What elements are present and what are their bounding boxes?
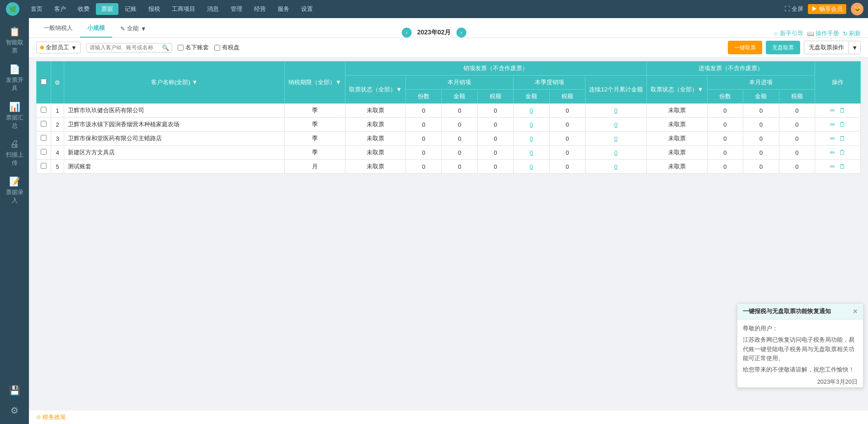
row-tax-period: 月	[285, 160, 345, 174]
main-table: ⚙ 客户名称(全部) ▼ 纳税期限（全部）▼ 销项发票（不含作废票） 进项发票（…	[36, 61, 861, 174]
row-select[interactable]	[37, 132, 51, 146]
sidebar-item-entry[interactable]: 📝 票据录入	[1, 172, 28, 208]
search-input[interactable]	[90, 44, 162, 51]
has-tax-check[interactable]	[214, 45, 220, 51]
row-copies-month-income: 0	[707, 104, 743, 118]
popup-close-button[interactable]: ✕	[853, 308, 858, 315]
nav-tickets[interactable]: 票据	[96, 3, 118, 15]
manual-link[interactable]: 📖 操作手册	[807, 29, 839, 38]
edit-icon[interactable]: ✏	[830, 163, 835, 170]
period-next-button[interactable]: ›	[456, 28, 466, 38]
table-row: 2 卫辉市汲水镇下园涧香烟营木种植家庭农场 季 未取票 0 0 0 0 0 0 …	[37, 118, 861, 132]
row-num: 5	[51, 160, 64, 174]
nav-tax[interactable]: 报税	[143, 3, 165, 15]
sidebar-label-smart-fetch: 智能取票	[3, 38, 26, 55]
select-all-checkbox[interactable]	[41, 79, 47, 85]
tab-all-capable-icon: ✎	[120, 25, 125, 32]
sidebar-item-smart-fetch[interactable]: 📋 智能取票	[1, 23, 28, 58]
no-disk-ops-button[interactable]: 无盘取票操作	[804, 41, 849, 54]
row-tax-month-income: 0	[779, 160, 815, 174]
sidebar-gear[interactable]: ⚙	[1, 401, 28, 419]
detail-icon[interactable]: 🗒	[839, 107, 845, 114]
tab-general-taxpayer[interactable]: 一般纳税人	[36, 19, 80, 38]
edit-icon[interactable]: ✏	[830, 107, 835, 114]
popup-title: 一键报税与无盘取票功能恢复通知	[743, 307, 831, 315]
row-tax-period: 季	[285, 146, 345, 160]
nav-operate[interactable]: 经营	[249, 3, 271, 15]
edit-icon[interactable]: ✏	[830, 135, 835, 142]
sub-account-check[interactable]	[178, 45, 184, 51]
smart-fetch-icon: 📋	[9, 26, 20, 37]
row-copies-month-sales: 0	[406, 146, 441, 160]
row-amount-month-income: 0	[743, 160, 779, 174]
row-amount-quarter-sales: 0	[514, 160, 549, 174]
row-amount-month-sales: 0	[442, 160, 477, 174]
tab-all-capable[interactable]: ✎ 全能 ▼	[116, 19, 151, 38]
user-avatar[interactable]: 🐱	[851, 3, 863, 15]
nav-clients[interactable]: 客户	[49, 3, 71, 15]
row-select[interactable]	[37, 160, 51, 174]
th-month-sales-tax: 税额	[477, 90, 513, 104]
fullscreen-button[interactable]: ⛶ 全屏	[784, 5, 804, 13]
sidebar-label-summary: 票据汇总	[3, 114, 26, 130]
filter-bar: 全部员工 ▼ 🔍 名下账套 有税盘 一键取票 无盘取票 无盘取票操作	[29, 38, 868, 57]
row-copies-month-sales: 0	[406, 132, 441, 146]
row-tax-month-sales: 0	[477, 118, 513, 132]
star-icon: ☆	[773, 30, 778, 37]
row-tax-month-sales: 0	[477, 104, 513, 118]
popup-content: 江苏政务网已恢复访问电子税务局功能，易代账一键登陆电子税务局与无盘取票相关功能可…	[743, 335, 858, 363]
popup-date: 2023年3月20日	[743, 377, 858, 387]
detail-icon[interactable]: 🗒	[839, 121, 845, 128]
row-tax-quarter-sales: 0	[549, 146, 585, 160]
employee-filter[interactable]: 全部员工 ▼	[36, 42, 81, 53]
th-cumulative: 连续12个月累计金额	[585, 76, 646, 104]
sub-account-checkbox[interactable]: 名下账套	[178, 43, 209, 52]
tax-policy-link[interactable]: ⊙ 税务政策	[36, 413, 66, 421]
detail-icon[interactable]: 🗒	[839, 163, 845, 170]
row-select[interactable]	[37, 104, 51, 118]
top-nav: 🌿 首页 客户 收费 票据 记账 报税 工商项目 消息 管理 经营 服务 设置 …	[0, 0, 868, 18]
sidebar-download[interactable]: 💾	[1, 381, 28, 400]
nav-home[interactable]: 首页	[25, 3, 48, 15]
new-guide-link[interactable]: ☆ 新手引导	[773, 29, 803, 38]
row-amount-month-sales: 0	[442, 132, 477, 146]
no-disk-ops-dropdown[interactable]: ▼	[849, 41, 861, 54]
period-prev-button[interactable]: ‹	[402, 28, 412, 38]
row-num: 2	[51, 118, 64, 132]
refresh-link[interactable]: ↻ 刷新	[843, 29, 861, 38]
th-month-sales-amount: 金额	[442, 90, 477, 104]
detail-icon[interactable]: 🗒	[839, 149, 845, 156]
popup-header: 一键报税与无盘取票功能恢复通知 ✕	[737, 304, 863, 319]
no-disk-fetch-button[interactable]: 无盘取票	[766, 41, 800, 54]
row-tax-quarter-sales: 0	[549, 104, 585, 118]
member-button[interactable]: ▶ 畅享会员	[808, 4, 846, 14]
nav-manage[interactable]: 管理	[225, 3, 248, 15]
search-icon[interactable]: 🔍	[162, 44, 169, 51]
row-tax-period: 季	[285, 132, 345, 146]
sidebar-item-summary[interactable]: 📊 票据汇总	[1, 98, 28, 133]
row-amount-month-sales: 0	[442, 104, 477, 118]
summary-icon: 📊	[9, 101, 20, 112]
nav-service[interactable]: 服务	[272, 3, 295, 15]
edit-icon[interactable]: ✏	[830, 149, 835, 156]
nav-settings[interactable]: 设置	[296, 3, 318, 15]
entry-icon: 📝	[9, 176, 20, 187]
nav-business[interactable]: 工商项目	[166, 3, 201, 15]
tab-bar: 一般纳税人 小规模 ✎ 全能 ▼ ‹ 2023年02月 › ☆ 新手引导	[29, 18, 868, 38]
row-select[interactable]	[37, 118, 51, 132]
row-fetch-status-sales: 未取票	[345, 118, 406, 132]
sidebar-item-scan[interactable]: 🖨 扫描上传	[1, 135, 28, 171]
row-actions: ✏ 🗒	[815, 146, 860, 160]
row-fetch-status-sales: 未取票	[345, 146, 406, 160]
has-tax-checkbox[interactable]: 有税盘	[214, 43, 240, 52]
nav-billing[interactable]: 收费	[72, 3, 95, 15]
one-key-fetch-button[interactable]: 一键取票	[728, 41, 762, 54]
nav-messages[interactable]: 消息	[202, 3, 224, 15]
nav-accounting[interactable]: 记账	[119, 3, 142, 15]
row-copies-month-income: 0	[707, 132, 743, 146]
row-select[interactable]	[37, 146, 51, 160]
tab-small-scale[interactable]: 小规模	[80, 19, 112, 38]
detail-icon[interactable]: 🗒	[839, 135, 845, 142]
edit-icon[interactable]: ✏	[830, 121, 835, 128]
sidebar-item-invoice-issue[interactable]: 📄 发票开具	[1, 60, 28, 96]
